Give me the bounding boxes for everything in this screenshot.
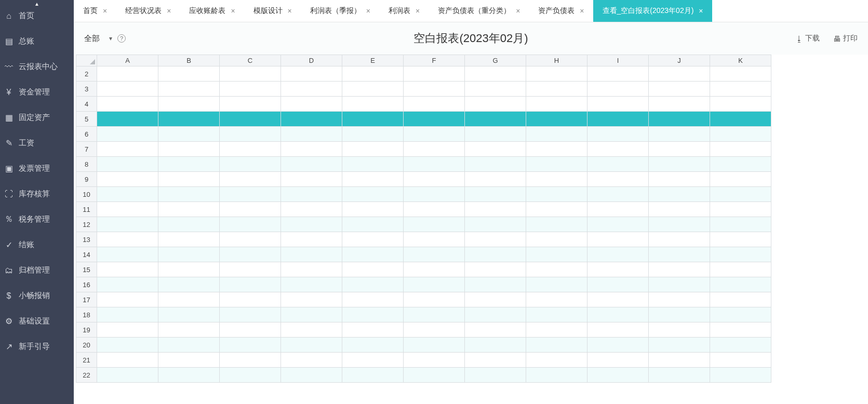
cell-E18[interactable] bbox=[342, 307, 404, 322]
cell-B14[interactable] bbox=[158, 247, 220, 262]
cell-B5[interactable] bbox=[158, 112, 220, 127]
cell-E20[interactable] bbox=[342, 338, 404, 353]
cell-E6[interactable] bbox=[342, 127, 404, 142]
sidebar-item-fixed-assets[interactable]: ▦固定资产 bbox=[0, 105, 74, 130]
cell-H9[interactable] bbox=[526, 172, 587, 187]
row-header-10[interactable]: 10 bbox=[76, 187, 97, 202]
cell-C13[interactable] bbox=[220, 232, 281, 247]
cell-C19[interactable] bbox=[220, 322, 281, 338]
cell-I6[interactable] bbox=[587, 127, 649, 142]
cell-G10[interactable] bbox=[465, 187, 526, 202]
cell-E22[interactable] bbox=[342, 368, 404, 383]
cell-A4[interactable] bbox=[97, 97, 158, 112]
cell-D7[interactable] bbox=[281, 142, 342, 157]
cell-C12[interactable] bbox=[220, 217, 281, 232]
cell-C9[interactable] bbox=[220, 172, 281, 187]
cell-G19[interactable] bbox=[465, 322, 526, 338]
cell-B21[interactable] bbox=[158, 353, 220, 368]
column-header-K[interactable]: K bbox=[710, 55, 771, 66]
cell-I8[interactable] bbox=[587, 157, 649, 172]
cell-A13[interactable] bbox=[97, 232, 158, 247]
cell-K5[interactable] bbox=[710, 112, 771, 127]
cell-D3[interactable] bbox=[281, 82, 342, 97]
cell-G8[interactable] bbox=[465, 157, 526, 172]
cell-F2[interactable] bbox=[404, 66, 465, 82]
tab-7[interactable]: 资产负债表× bbox=[529, 0, 593, 22]
cell-K10[interactable] bbox=[710, 187, 771, 202]
cell-C8[interactable] bbox=[220, 157, 281, 172]
cell-A8[interactable] bbox=[97, 157, 158, 172]
cell-F11[interactable] bbox=[404, 202, 465, 217]
sidebar-item-general-ledger[interactable]: ▤总账 bbox=[0, 29, 74, 54]
cell-D14[interactable] bbox=[281, 247, 342, 262]
cell-K22[interactable] bbox=[710, 368, 771, 383]
cell-H18[interactable] bbox=[526, 307, 587, 322]
spreadsheet[interactable]: ABCDEFGHIJK23456789101112131415161718192… bbox=[74, 55, 868, 404]
cell-E14[interactable] bbox=[342, 247, 404, 262]
sidebar-item-inventory[interactable]: ⛶库存核算 bbox=[0, 181, 74, 207]
cell-D4[interactable] bbox=[281, 97, 342, 112]
cell-E15[interactable] bbox=[342, 262, 404, 277]
cell-D9[interactable] bbox=[281, 172, 342, 187]
cell-D15[interactable] bbox=[281, 262, 342, 277]
close-icon[interactable]: × bbox=[365, 7, 371, 15]
cell-K13[interactable] bbox=[710, 232, 771, 247]
cell-E8[interactable] bbox=[342, 157, 404, 172]
cell-F12[interactable] bbox=[404, 217, 465, 232]
sidebar-item-settings[interactable]: ⚙基础设置 bbox=[0, 308, 74, 334]
column-header-C[interactable]: C bbox=[220, 55, 281, 66]
cell-K21[interactable] bbox=[710, 353, 771, 368]
cell-J10[interactable] bbox=[649, 187, 710, 202]
tab-3[interactable]: 模版设计× bbox=[244, 0, 301, 22]
cell-G17[interactable] bbox=[465, 292, 526, 307]
column-header-A[interactable]: A bbox=[97, 55, 158, 66]
cell-C7[interactable] bbox=[220, 142, 281, 157]
cell-E10[interactable] bbox=[342, 187, 404, 202]
cell-H14[interactable] bbox=[526, 247, 587, 262]
cell-I2[interactable] bbox=[587, 66, 649, 82]
sidebar-item-tax[interactable]: ％税务管理 bbox=[0, 207, 74, 232]
row-header-13[interactable]: 13 bbox=[76, 232, 97, 247]
cell-D19[interactable] bbox=[281, 322, 342, 338]
print-button[interactable]: 🖶 打印 bbox=[833, 34, 858, 43]
row-header-19[interactable]: 19 bbox=[76, 322, 97, 338]
cell-K16[interactable] bbox=[710, 277, 771, 292]
cell-C2[interactable] bbox=[220, 66, 281, 82]
cell-J20[interactable] bbox=[649, 338, 710, 353]
cell-K2[interactable] bbox=[710, 66, 771, 82]
cell-D16[interactable] bbox=[281, 277, 342, 292]
cell-I21[interactable] bbox=[587, 353, 649, 368]
cell-G6[interactable] bbox=[465, 127, 526, 142]
cell-G12[interactable] bbox=[465, 217, 526, 232]
sidebar-item-invoice[interactable]: ▣发票管理 bbox=[0, 156, 74, 181]
cell-J22[interactable] bbox=[649, 368, 710, 383]
cell-I4[interactable] bbox=[587, 97, 649, 112]
cell-D18[interactable] bbox=[281, 307, 342, 322]
cell-B17[interactable] bbox=[158, 292, 220, 307]
cell-C14[interactable] bbox=[220, 247, 281, 262]
cell-D20[interactable] bbox=[281, 338, 342, 353]
row-header-3[interactable]: 3 bbox=[76, 82, 97, 97]
cell-H3[interactable] bbox=[526, 82, 587, 97]
column-header-J[interactable]: J bbox=[649, 55, 710, 66]
cell-K3[interactable] bbox=[710, 82, 771, 97]
cell-C22[interactable] bbox=[220, 368, 281, 383]
cell-A17[interactable] bbox=[97, 292, 158, 307]
close-icon[interactable]: × bbox=[698, 7, 704, 15]
sidebar-item-archive[interactable]: 🗂归档管理 bbox=[0, 258, 74, 283]
cell-C15[interactable] bbox=[220, 262, 281, 277]
cell-F22[interactable] bbox=[404, 368, 465, 383]
cell-J11[interactable] bbox=[649, 202, 710, 217]
cell-A5[interactable] bbox=[97, 112, 158, 127]
cell-H13[interactable] bbox=[526, 232, 587, 247]
cell-G11[interactable] bbox=[465, 202, 526, 217]
cell-G16[interactable] bbox=[465, 277, 526, 292]
cell-C20[interactable] bbox=[220, 338, 281, 353]
close-icon[interactable]: × bbox=[102, 7, 108, 15]
cell-H17[interactable] bbox=[526, 292, 587, 307]
cell-G20[interactable] bbox=[465, 338, 526, 353]
cell-G21[interactable] bbox=[465, 353, 526, 368]
row-header-16[interactable]: 16 bbox=[76, 277, 97, 292]
cell-A9[interactable] bbox=[97, 172, 158, 187]
cell-I13[interactable] bbox=[587, 232, 649, 247]
